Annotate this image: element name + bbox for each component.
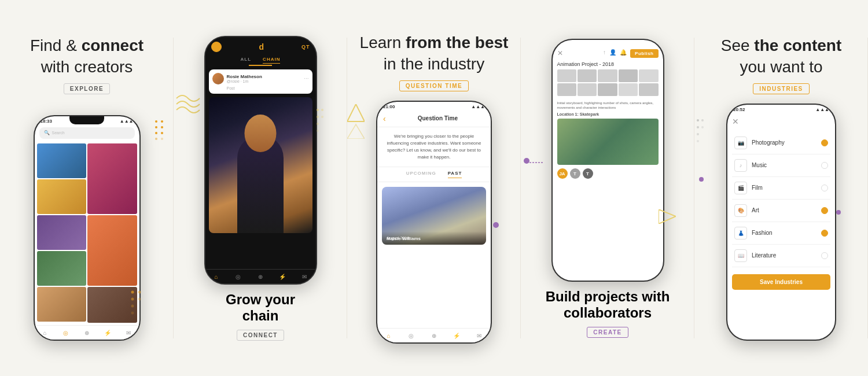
post-handle: @rosie · 1m xyxy=(227,79,262,83)
chain-tabs: ALL CHAIN xyxy=(205,54,316,65)
photography-icon: 📷 xyxy=(734,137,747,149)
storyboard-grid xyxy=(553,69,663,96)
art-dot[interactable] xyxy=(821,207,828,214)
fashion-icon: 👗 xyxy=(734,227,747,239)
nav-3-mail-icon[interactable]: ✉ xyxy=(475,332,483,340)
proj-title: Animation Project - 2018 xyxy=(553,61,663,69)
ind-item-fashion[interactable]: 👗 Fashion xyxy=(732,222,830,245)
proj-bell-icon[interactable]: 🔔 xyxy=(620,49,627,58)
proj-avatars: JA T T xyxy=(553,165,663,182)
storyboard-5 xyxy=(639,69,658,82)
post-name: Rosie Matheson xyxy=(227,74,262,79)
qt-back-icon[interactable]: ‹ xyxy=(383,114,386,123)
svg-point-11 xyxy=(138,297,141,300)
chain-tab-all[interactable]: ALL xyxy=(241,57,252,64)
heading-from-best: from the best xyxy=(406,34,508,51)
phone-2-screen: d QT ALL CHAIN Rosie Matheson @ro xyxy=(205,37,316,283)
explore-badge[interactable]: EXPLORE xyxy=(64,83,110,94)
phone-5-screen: 20:52 ▲▲▲ ✕ 📷 Photography ♪ xyxy=(727,105,835,340)
person-head xyxy=(245,115,277,152)
nav-add-icon[interactable]: ⊕ xyxy=(83,329,91,337)
publish-button[interactable]: Publish xyxy=(630,49,658,58)
nav-2-search-icon[interactable]: ◎ xyxy=(234,273,242,281)
qt-header: ‹ Question Time xyxy=(377,110,491,127)
phone-4-spacer xyxy=(553,40,663,46)
proj-close-icon[interactable]: ✕ xyxy=(557,49,563,57)
ind-item-film[interactable]: 🎬 Film xyxy=(732,177,830,200)
post-user-info: Rosie Matheson @rosie · 1m xyxy=(227,74,262,83)
post-options-icon[interactable]: ··· xyxy=(304,75,308,82)
svg-point-2 xyxy=(155,126,157,128)
fashion-dot[interactable] xyxy=(821,230,828,237)
chain-tab-indicator xyxy=(249,65,272,66)
qt-event-card: Maisie Williams August 2018 xyxy=(382,187,486,245)
qt-event-image: Maisie Williams August 2018 xyxy=(382,187,486,245)
nav-2-mail-icon[interactable]: ✉ xyxy=(300,273,308,281)
create-badge[interactable]: CREATE xyxy=(587,327,628,338)
nav-2-home-icon[interactable]: ⌂ xyxy=(212,273,220,281)
nav-search-icon[interactable]: ◎ xyxy=(62,329,70,337)
literature-label: Literature xyxy=(752,252,816,259)
heading-connect: connect xyxy=(82,36,144,54)
nav-2-add-icon[interactable]: ⊕ xyxy=(256,273,264,281)
phone-1: 18:33 ▲▲▲ 🔍 Search xyxy=(34,115,141,341)
storyboard-3 xyxy=(598,69,617,82)
proj-user-icon[interactable]: 👤 xyxy=(609,49,616,58)
svg-point-13 xyxy=(131,311,134,314)
ind-close-icon[interactable]: ✕ xyxy=(732,117,739,126)
qt-badge[interactable]: QUESTION TIME xyxy=(399,80,469,91)
collab-avatar-1: JA xyxy=(557,168,568,179)
qt-tab-past[interactable]: PAST xyxy=(448,171,462,178)
literature-dot[interactable] xyxy=(821,252,828,259)
phone-5-status: 20:52 ▲▲▲ xyxy=(727,105,835,113)
svg-marker-21 xyxy=(347,124,365,139)
svg-point-9 xyxy=(138,290,141,293)
phone-3-status: 21:00 ▲▲▲ xyxy=(377,102,491,110)
connect-badge[interactable]: CONNECT xyxy=(237,330,284,341)
nav-3-bolt-icon[interactable]: ⚡ xyxy=(453,332,461,340)
ind-item-music[interactable]: ♪ Music xyxy=(732,154,830,177)
ind-item-literature[interactable]: 📖 Literature xyxy=(732,245,830,267)
nav-bolt-icon[interactable]: ⚡ xyxy=(104,329,112,337)
photo-cell-1 xyxy=(37,143,87,178)
chain-tab-chain[interactable]: CHAIN xyxy=(263,57,280,64)
deco-dots-5 xyxy=(694,116,706,162)
deco-triangle xyxy=(347,104,365,139)
svg-point-26 xyxy=(697,126,699,128)
ind-item-photography[interactable]: 📷 Photography xyxy=(732,132,830,154)
literature-icon: 📖 xyxy=(734,249,747,262)
phone-3-signal: ▲▲▲ xyxy=(471,104,485,109)
photo-cell-2 xyxy=(87,143,137,214)
photography-dot[interactable] xyxy=(821,139,828,146)
svg-point-17 xyxy=(321,116,323,118)
section-5-heading: See the content you want to xyxy=(721,35,842,78)
section-2-bottom-text: Grow your chain CONNECT xyxy=(226,292,295,341)
qt-tab-upcoming[interactable]: UPCOMING xyxy=(406,171,436,178)
phone-5-wrapper: 20:52 ▲▲▲ ✕ 📷 Photography ♪ xyxy=(726,104,836,341)
chain-profile-photo xyxy=(209,97,312,233)
save-industries-button[interactable]: Save Industries xyxy=(732,274,830,290)
nav-2-bolt-icon[interactable]: ⚡ xyxy=(278,273,286,281)
storyboard-6 xyxy=(557,83,576,96)
phone-5-signal: ▲▲▲ xyxy=(815,107,829,112)
phone-1-search[interactable]: 🔍 Search xyxy=(39,127,135,139)
storyboard-4 xyxy=(619,69,638,82)
svg-point-10 xyxy=(131,297,134,300)
heading-build-projects: Build projects xyxy=(546,289,638,304)
industries-badge[interactable]: INDUSTRIES xyxy=(753,83,810,94)
proj-share-icon[interactable]: ↑ xyxy=(603,49,606,58)
svg-point-16 xyxy=(317,116,319,118)
collab-avatar-3: T xyxy=(583,168,593,179)
nav-3-home-icon[interactable]: ⌂ xyxy=(385,332,393,340)
film-dot[interactable] xyxy=(821,185,828,191)
nav-3-search-icon[interactable]: ◎ xyxy=(407,332,415,340)
nav-home-icon[interactable]: ⌂ xyxy=(41,329,49,337)
music-dot[interactable] xyxy=(821,162,828,169)
heading-ampersand: & xyxy=(66,36,81,54)
deco-purple-dot-2 xyxy=(524,158,529,164)
phone-2-bottom-nav: ⌂ ◎ ⊕ ⚡ ✉ xyxy=(205,269,316,283)
storyboard-7 xyxy=(578,83,597,96)
nav-mail-icon[interactable]: ✉ xyxy=(124,329,133,337)
ind-item-art[interactable]: 🎨 Art xyxy=(732,200,830,222)
nav-3-add-icon[interactable]: ⊕ xyxy=(430,332,438,340)
